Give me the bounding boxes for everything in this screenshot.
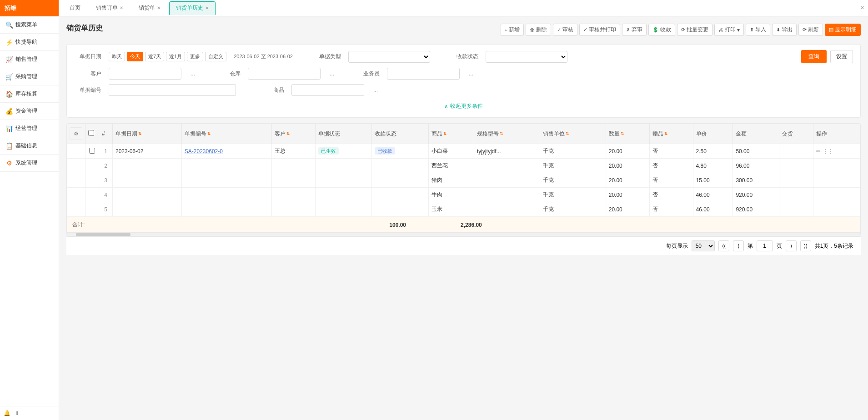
th-goods[interactable]: 商品 ⇅ bbox=[428, 124, 474, 144]
th-sales-unit[interactable]: 销售单位 ⇅ bbox=[540, 124, 606, 144]
payment-status-select[interactable] bbox=[486, 51, 567, 63]
row-num-cell: 1 bbox=[99, 144, 113, 159]
customer-input[interactable] bbox=[109, 68, 181, 80]
row-quantity: 20.00 bbox=[606, 173, 649, 188]
row-quantity: 20.00 bbox=[606, 188, 649, 202]
collapse-button[interactable]: ∧ 收起更多条件 bbox=[74, 100, 853, 112]
lightning-icon: ⚡ bbox=[5, 39, 13, 46]
next-page-button[interactable]: ⟩ bbox=[786, 240, 797, 251]
row-spec bbox=[474, 188, 540, 202]
customer-dots[interactable]: ... bbox=[189, 70, 197, 78]
sidebar-icon-2[interactable]: ⏸ bbox=[14, 410, 20, 416]
staff-dots[interactable]: ... bbox=[467, 70, 475, 78]
show-details-button[interactable]: ▤ 显示明细 bbox=[825, 24, 861, 36]
footer-label: 合计: bbox=[72, 221, 85, 229]
abandon-icon: ✗ bbox=[626, 27, 630, 33]
sidebar-item-inventory[interactable]: 🏠 库存核算 bbox=[0, 85, 59, 103]
warehouse-dots[interactable]: ... bbox=[328, 70, 336, 78]
sidebar-item-finance[interactable]: 💰 资金管理 bbox=[0, 103, 59, 120]
row-checkbox[interactable] bbox=[89, 148, 95, 154]
print-button[interactable]: 🖨 打印 ▾ bbox=[714, 24, 744, 36]
sidebar-item-operations[interactable]: 📊 经营管理 bbox=[0, 120, 59, 137]
batch-change-button[interactable]: ⟳ 批量变更 bbox=[677, 24, 712, 36]
row-doc-date bbox=[113, 173, 182, 188]
add-button[interactable]: + 新增 bbox=[501, 24, 524, 36]
th-spec[interactable]: 规格型号 ⇅ bbox=[474, 124, 540, 144]
date-btn-today[interactable]: 今天 bbox=[127, 52, 143, 61]
th-gear: ⚙ bbox=[67, 124, 85, 144]
th-quantity[interactable]: 数量 ⇅ bbox=[606, 124, 649, 144]
goods-dots[interactable]: ... bbox=[371, 86, 380, 94]
row-unit-price: 15.00 bbox=[693, 173, 733, 188]
sidebar-item-sales-mgmt[interactable]: 📈 销售管理 bbox=[0, 51, 59, 68]
filter-settings-button[interactable]: 设置 bbox=[830, 50, 853, 63]
audit-button[interactable]: ✓ 审核 bbox=[553, 24, 577, 36]
sidebar-item-purchase-mgmt[interactable]: 🛒 采购管理 bbox=[0, 68, 59, 85]
close-all-icon[interactable]: ✕ bbox=[860, 5, 864, 11]
collect-button[interactable]: 💲 收款 bbox=[648, 24, 675, 36]
last-page-button[interactable]: ⟩⟩ bbox=[800, 240, 811, 251]
sidebar-icon-1[interactable]: 🔔 bbox=[4, 410, 10, 416]
tab-sales-order[interactable]: 销售订单 ✕ bbox=[89, 1, 130, 15]
sort-icon-spec: ⇅ bbox=[500, 131, 503, 136]
details-icon: ▤ bbox=[829, 27, 833, 33]
row-more-icon[interactable]: ⋮⋮ bbox=[823, 148, 833, 155]
th-doc-no[interactable]: 单据编号 ⇅ bbox=[181, 124, 271, 144]
sidebar-item-label: 资金管理 bbox=[15, 107, 37, 115]
abandon-button[interactable]: ✗ 弃审 bbox=[622, 24, 647, 36]
sort-icon-doc-no: ⇅ bbox=[207, 131, 211, 136]
page-input[interactable] bbox=[757, 240, 773, 251]
export-button[interactable]: ⬇ 导出 bbox=[772, 24, 797, 36]
per-page-select[interactable]: 50 100 200 bbox=[692, 240, 715, 251]
sort-icon-gift: ⇅ bbox=[664, 131, 668, 136]
prev-page-button[interactable]: ⟨ bbox=[733, 240, 744, 251]
sidebar-item-basic-info[interactable]: 📋 基础信息 bbox=[0, 137, 59, 155]
sidebar-item-sys-mgmt[interactable]: ⚙ 系统管理 bbox=[0, 155, 59, 172]
date-btn-7days[interactable]: 近7天 bbox=[145, 52, 164, 61]
date-btn-1month[interactable]: 近1月 bbox=[166, 52, 185, 61]
row-customer bbox=[271, 173, 315, 188]
sidebar-item-quick-nav[interactable]: ⚡ 快捷导航 bbox=[0, 34, 59, 51]
select-all-checkbox[interactable] bbox=[88, 130, 94, 136]
refresh-icon: ⟳ bbox=[803, 27, 807, 33]
date-btn-yesterday[interactable]: 昨天 bbox=[109, 52, 125, 61]
tab-close-sales-history[interactable]: ✕ bbox=[205, 5, 209, 10]
sidebar-item-search-menu[interactable]: 🔍 搜索菜单 bbox=[0, 16, 59, 34]
table-gear-button[interactable]: ⚙ bbox=[70, 127, 82, 140]
th-customer[interactable]: 客户 ⇅ bbox=[271, 124, 315, 144]
row-num-cell: 2 bbox=[99, 159, 113, 173]
horizontal-scrollbar[interactable] bbox=[67, 232, 860, 236]
tab-sales-history[interactable]: 销货单历史 ✕ bbox=[169, 1, 216, 15]
goods-input[interactable] bbox=[291, 84, 364, 96]
audit-print-button[interactable]: ✓ 审核并打印 bbox=[579, 24, 620, 36]
tab-close-sales-goods[interactable]: ✕ bbox=[157, 5, 161, 10]
date-btn-custom[interactable]: 自定义 bbox=[205, 52, 226, 61]
row-edit-icon[interactable]: ✏ bbox=[816, 148, 821, 155]
tab-sales-goods[interactable]: 销货单 ✕ bbox=[132, 1, 167, 15]
collect-icon: 💲 bbox=[652, 27, 659, 33]
th-check bbox=[85, 124, 99, 144]
warehouse-input[interactable] bbox=[248, 68, 321, 80]
th-action: 操作 bbox=[813, 124, 860, 144]
top-toolbar: + 新增 🗑 删除 ✓ 审核 ✓ 审核并打印 ✗ 弃审 bbox=[501, 24, 861, 36]
import-button[interactable]: ⬆ 导入 bbox=[746, 24, 770, 36]
th-doc-date[interactable]: 单据日期 ⇅ bbox=[113, 124, 182, 144]
doc-type-select[interactable] bbox=[348, 51, 430, 63]
row-doc-no: SA-20230602-0 bbox=[181, 144, 271, 159]
doc-no-link[interactable]: SA-20230602-0 bbox=[185, 148, 223, 155]
row-transaction bbox=[779, 202, 813, 217]
th-gift[interactable]: 赠品 ⇅ bbox=[649, 124, 693, 144]
delete-button[interactable]: 🗑 删除 bbox=[526, 24, 551, 36]
tab-close-sales-order[interactable]: ✕ bbox=[120, 5, 123, 10]
date-btn-more[interactable]: 更多 bbox=[187, 52, 203, 61]
scrollbar-thumb[interactable] bbox=[76, 233, 130, 236]
staff-input[interactable] bbox=[387, 68, 460, 80]
doc-no-input[interactable] bbox=[109, 84, 236, 96]
staff-label: 业务员 bbox=[352, 70, 380, 78]
query-button[interactable]: 查询 bbox=[801, 50, 827, 63]
row-action-cell bbox=[813, 188, 860, 202]
first-page-button[interactable]: ⟨⟨ bbox=[718, 240, 729, 251]
goods-label: 商品 bbox=[257, 86, 284, 94]
tab-home[interactable]: 首页 bbox=[63, 1, 87, 15]
refresh-button[interactable]: ⟳ 刷新 bbox=[798, 24, 823, 36]
